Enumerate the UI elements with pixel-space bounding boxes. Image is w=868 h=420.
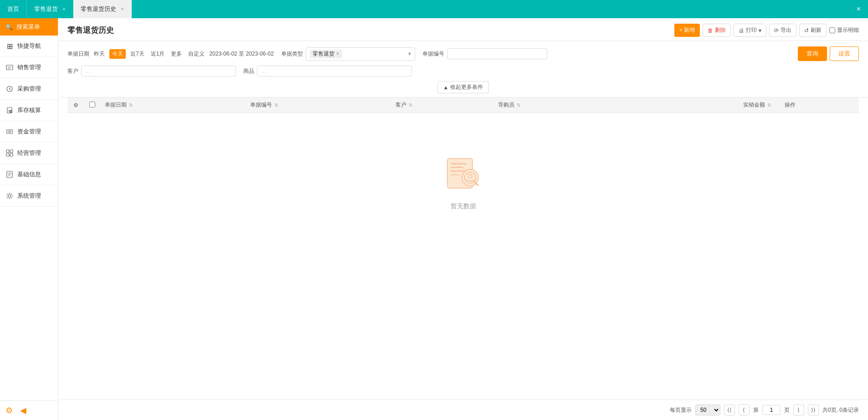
th-amount[interactable]: 实销金额 ⇅ [617, 97, 780, 113]
show-detail-label[interactable]: 显示明细 [829, 26, 859, 34]
th-date[interactable]: 单据日期 ⇅ [100, 97, 246, 113]
customer-label: 客户 [67, 67, 78, 75]
first-page-button[interactable]: ⟨⟨ [724, 405, 735, 415]
export-icon: ⟳ [774, 27, 779, 34]
th-guide[interactable]: 导购员 ⇅ [493, 97, 617, 113]
date-option-custom[interactable]: 自定义 [186, 49, 206, 59]
date-filter-label: 单据日期 [67, 50, 89, 58]
date-option-today[interactable]: 今天 [109, 49, 126, 59]
show-detail-checkbox[interactable] [829, 27, 835, 33]
per-page-select[interactable]: 50 10 20 100 [695, 405, 720, 415]
tab-home[interactable]: 首页 [0, 0, 27, 18]
voucher-type-filter-item: 单据类型 零售退货 × ▾ [281, 47, 415, 61]
sidebar-item-basic-info[interactable]: 基础信息 [0, 164, 58, 185]
column-settings-icon[interactable]: ⚙ [73, 102, 78, 108]
sidebar-search[interactable]: 🔍 搜索菜单 [0, 18, 58, 36]
table-header: ⚙ 单据日期 ⇅ 单据编号 ⇅ [67, 97, 859, 113]
th-checkbox[interactable] [84, 97, 100, 113]
th-customer[interactable]: 客户 ⇅ [391, 97, 493, 113]
product-input[interactable]: ... [257, 66, 412, 77]
collapse-label: 收起更多条件 [450, 83, 483, 91]
date-option-more[interactable]: 更多 [169, 49, 184, 59]
print-label: 打印 [746, 26, 757, 34]
empty-illustration [441, 149, 486, 195]
th-customer-sort-icon: ⇅ [409, 102, 412, 108]
th-amount-label: 实销金额 [743, 102, 765, 108]
sidebar-item-inventory[interactable]: 库存核算 [0, 100, 58, 121]
print-dropdown-icon: ▾ [759, 27, 761, 34]
th-guide-sort-icon: ⇅ [517, 102, 520, 108]
query-button[interactable]: 查询 [798, 46, 827, 61]
sidebar: 🔍 搜索菜单 ⊞ 快捷导航 销售管理 采购管理 库存核算 [0, 18, 58, 420]
svg-rect-6 [10, 150, 13, 153]
product-filter-item: 商品 ... [243, 66, 412, 77]
add-button[interactable]: + 新增 [674, 24, 700, 37]
basic-info-icon [5, 170, 14, 179]
voucher-number-input[interactable] [447, 48, 547, 59]
delete-button[interactable]: 🗑 删除 [703, 24, 731, 37]
refresh-button[interactable]: ↺ 刷新 [799, 24, 827, 37]
date-option-7days[interactable]: 近7天 [128, 49, 146, 59]
collapse-button[interactable]: ▲ 收起更多条件 [437, 81, 489, 93]
filter-row-2: 客户 ... 商品 ... [67, 66, 859, 77]
sidebar-item-finance-label: 资金管理 [17, 128, 41, 136]
page-title: 零售退货历史 [67, 25, 114, 36]
last-page-button[interactable]: ⟩⟩ [808, 405, 819, 415]
collapse-icon[interactable]: ◀ [20, 405, 26, 415]
table-container: ⚙ 单据日期 ⇅ 单据编号 ⇅ [58, 97, 868, 400]
sidebar-item-quick-nav[interactable]: ⊞ 快捷导航 [0, 36, 58, 57]
settings-gear-icon[interactable]: ⚙ [5, 405, 13, 415]
tab-retail-return-history[interactable]: 零售退货历史 × [73, 0, 132, 18]
th-number-label: 单据编号 [250, 102, 272, 108]
current-page-input[interactable] [762, 405, 781, 415]
prev-page-button[interactable]: ⟨ [739, 405, 750, 415]
next-page-button[interactable]: ⟩ [793, 405, 804, 415]
sidebar-bottom: ⚙ ◀ [0, 400, 58, 420]
finance-icon [5, 128, 14, 136]
select-all-checkbox[interactable] [89, 102, 95, 108]
page-header: 零售退货历史 + 新增 🗑 删除 🖨 打印 ▾ ⟳ 导出 ↺ [58, 18, 868, 41]
quick-nav-icon: ⊞ [5, 42, 14, 50]
date-option-1month[interactable]: 近1月 [149, 49, 167, 59]
voucher-type-clear-icon[interactable]: × [336, 51, 339, 57]
setting-button[interactable]: 设置 [830, 46, 859, 61]
svg-point-10 [8, 195, 11, 197]
print-button[interactable]: 🖨 打印 ▾ [734, 24, 766, 37]
product-placeholder: ... [261, 68, 266, 74]
query-setting-group: 查询 设置 [798, 46, 859, 61]
date-option-yesterday[interactable]: 昨天 [92, 49, 107, 59]
th-amount-sort-icon: ⇅ [767, 102, 771, 108]
tab-retail-return-close[interactable]: × [62, 6, 66, 12]
th-date-sort-icon: ⇅ [129, 102, 133, 108]
sidebar-item-system[interactable]: 系统管理 [0, 185, 58, 207]
delete-label: 删除 [715, 26, 726, 34]
tab-retail-return-history-close[interactable]: × [121, 6, 124, 12]
voucher-type-select[interactable]: 零售退货 × ▾ [306, 47, 415, 61]
filter-bar: 单据日期 昨天 今天 近7天 近1月 更多 自定义 2023-06-02 至 2… [58, 41, 868, 97]
date-range-display: 2023-06-02 至 2023-06-02 [209, 50, 273, 58]
pagination-bar: 每页显示 50 10 20 100 ⟨⟨ ⟨ 第 页 ⟩ ⟩⟩ 共0页, 0条记… [58, 400, 868, 420]
customer-input[interactable]: ... [81, 66, 236, 77]
th-guide-label: 导购员 [498, 102, 514, 108]
voucher-number-label: 单据编号 [422, 50, 444, 58]
sidebar-item-purchase[interactable]: 采购管理 [0, 78, 58, 100]
export-button[interactable]: ⟳ 导出 [769, 24, 796, 37]
sidebar-item-operations[interactable]: 经营管理 [0, 143, 58, 164]
th-settings[interactable]: ⚙ [67, 97, 84, 113]
th-number[interactable]: 单据编号 ⇅ [246, 97, 391, 113]
sidebar-item-operations-label: 经营管理 [17, 149, 41, 157]
sidebar-item-sales[interactable]: 销售管理 [0, 57, 58, 78]
collapse-up-icon: ▲ [443, 84, 449, 91]
page-label: 第 [753, 406, 759, 414]
sidebar-item-finance[interactable]: 资金管理 [0, 121, 58, 143]
tab-home-label: 首页 [7, 5, 19, 13]
th-operations-label: 操作 [785, 102, 796, 108]
tab-retail-return[interactable]: 零售退货 × [27, 0, 73, 18]
system-icon [5, 192, 14, 200]
sidebar-item-quick-nav-label: 快捷导航 [17, 42, 41, 50]
date-filter-item: 单据日期 昨天 今天 近7天 近1月 更多 自定义 2023-06-02 至 2… [67, 49, 274, 59]
svg-rect-15 [451, 174, 460, 175]
top-nav: 首页 零售退货 × 零售退货历史 × × [0, 0, 868, 18]
window-close-button[interactable]: × [849, 5, 868, 13]
sidebar-search-label: 搜索菜单 [16, 23, 40, 31]
